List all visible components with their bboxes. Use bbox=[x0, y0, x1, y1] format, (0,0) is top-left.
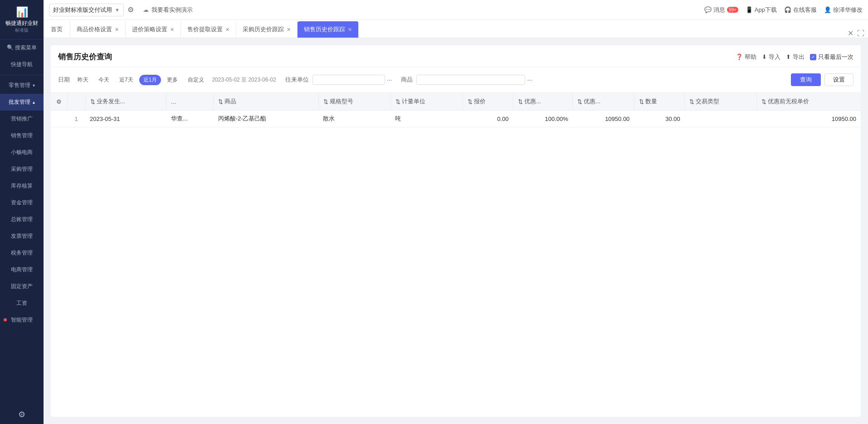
source-unit-input[interactable] bbox=[312, 75, 385, 85]
source-unit-more-btn[interactable]: ··· bbox=[387, 76, 392, 83]
expand-icon: ▾ bbox=[33, 83, 35, 88]
tab-close-icon4[interactable]: ✕ bbox=[287, 27, 291, 33]
help-link[interactable]: ❓ 帮助 bbox=[736, 53, 756, 61]
th-more[interactable]: ... bbox=[166, 93, 214, 111]
th-biz-date-sort-icon: ⇅ bbox=[90, 98, 95, 105]
table-container: ⚙ ⇅业务发生... ... ⇅商品 bbox=[51, 93, 861, 127]
sidebar-item-shortcut[interactable]: 快捷导航 bbox=[0, 56, 44, 73]
sidebar-item-ecom[interactable]: 电商管理 bbox=[0, 261, 44, 278]
query-button[interactable]: 查询 bbox=[791, 73, 821, 86]
th-spec[interactable]: ⇅规格型号 bbox=[318, 93, 390, 111]
th-discount2[interactable]: ⇅优惠... bbox=[573, 93, 634, 111]
settings-button[interactable]: 设置 bbox=[824, 73, 853, 86]
product-filter-group: 商品 ··· bbox=[401, 75, 532, 85]
marketing-label: 营销推广 bbox=[11, 116, 33, 122]
product-input[interactable] bbox=[416, 75, 525, 85]
topbar-app-download[interactable]: 📱 App下载 bbox=[746, 6, 777, 14]
tab-home[interactable]: 首页 bbox=[44, 21, 70, 38]
sidebar-item-ai[interactable]: 智能管理 bbox=[0, 312, 44, 328]
product-label: 商品 bbox=[401, 76, 413, 84]
td-spec: 散水 bbox=[318, 111, 390, 127]
date-btn-today[interactable]: 今天 bbox=[94, 75, 113, 85]
inventory-label: 库存核算 bbox=[11, 183, 33, 189]
th-qty[interactable]: ⇅数量 bbox=[634, 93, 684, 111]
tab-close-icon3[interactable]: ✕ bbox=[225, 27, 229, 33]
sidebar-search[interactable]: 🔍 搜索菜单 bbox=[0, 39, 44, 56]
app-selector[interactable]: 好业财标准版交付试用 ▼ bbox=[49, 4, 124, 16]
tab-close-window-icon[interactable]: ✕ bbox=[848, 29, 853, 38]
import-icon: ⬇ bbox=[762, 53, 767, 60]
demo-label: 我要看实例演示 bbox=[151, 6, 193, 14]
th-settings[interactable]: ⚙ bbox=[51, 93, 67, 111]
th-pretax-price[interactable]: ⇅优惠前无税单价 bbox=[757, 93, 861, 111]
topbar-online-service[interactable]: 🎧 在线客服 bbox=[784, 6, 817, 14]
th-biz-date[interactable]: ⇅业务发生... bbox=[85, 93, 166, 111]
sidebar-item-retail[interactable]: 零售管理 ▾ bbox=[0, 77, 44, 94]
th-product[interactable]: ⇅商品 bbox=[214, 93, 319, 111]
sidebar-item-ecom-small[interactable]: 小畅电商 bbox=[0, 144, 44, 161]
tab-sales-history[interactable]: 销售历史价跟踪 ✕ bbox=[297, 21, 359, 38]
td-pretax-price: 10950.00 bbox=[757, 111, 861, 127]
sidebar-item-salary[interactable]: 工资 bbox=[0, 295, 44, 312]
td-discount2: 10950.00 bbox=[573, 111, 634, 127]
tab-sales-history-label: 销售历史价跟踪 bbox=[304, 25, 345, 34]
topbar-settings-icon[interactable]: ⚙ bbox=[127, 5, 134, 14]
th-price[interactable]: ⇅报价 bbox=[463, 93, 513, 111]
sidebar-item-tax[interactable]: 税务管理 bbox=[0, 245, 44, 261]
th-discount1[interactable]: ⇅优惠... bbox=[513, 93, 573, 111]
wholesale-label: 批发管理 bbox=[9, 99, 30, 105]
tab-maximize-icon[interactable]: ⛶ bbox=[857, 29, 864, 38]
phone-icon: 📱 bbox=[746, 6, 753, 13]
product-more-btn[interactable]: ··· bbox=[527, 76, 532, 83]
date-btn-custom[interactable]: 自定义 bbox=[184, 75, 208, 85]
sales-label: 销售管理 bbox=[11, 132, 33, 139]
th-trade-type[interactable]: ⇅交易类型 bbox=[685, 93, 757, 111]
tab-purchase-strategy[interactable]: 进价策略设置 ✕ bbox=[126, 21, 181, 38]
ecom-label: 电商管理 bbox=[11, 266, 33, 273]
sidebar-item-assets[interactable]: 固定资产 bbox=[0, 278, 44, 295]
page-container: 销售历史价查询 ❓ 帮助 ⬇ 导入 ⬆ 导出 ✓ bbox=[51, 45, 861, 417]
gear-icon: ⚙ bbox=[56, 98, 62, 105]
ledger-label: 总账管理 bbox=[11, 216, 33, 222]
tab-close-icon5[interactable]: ✕ bbox=[348, 27, 352, 33]
import-link[interactable]: ⬇ 导入 bbox=[762, 53, 780, 61]
th-unit[interactable]: ⇅计量单位 bbox=[390, 93, 463, 111]
tab-product-price-label: 商品价格设置 bbox=[77, 25, 112, 34]
date-btn-more[interactable]: 更多 bbox=[163, 75, 182, 85]
tab-purchase-history[interactable]: 采购历史价跟踪 ✕ bbox=[236, 21, 297, 38]
sidebar-item-sales[interactable]: 销售管理 bbox=[0, 127, 44, 144]
topbar-msg[interactable]: 💬 消息 99+ bbox=[704, 6, 738, 14]
sidebar-item-wholesale[interactable]: 批发管理 ▴ bbox=[0, 94, 44, 111]
tab-price-extract[interactable]: 售价提取设置 ✕ bbox=[181, 21, 236, 38]
tabbar: 首页 商品价格设置 ✕ 进价策略设置 ✕ 售价提取设置 ✕ 采购历史价跟踪 ✕ … bbox=[44, 20, 868, 38]
source-unit-filter-group: 往来单位 ··· bbox=[285, 75, 392, 85]
sidebar-item-ledger[interactable]: 总账管理 bbox=[0, 211, 44, 228]
export-link[interactable]: ⬆ 导出 bbox=[786, 53, 805, 61]
th-price-sort-icon: ⇅ bbox=[468, 98, 473, 105]
date-label: 日期 bbox=[58, 76, 70, 84]
expand-icon2: ▴ bbox=[33, 100, 35, 105]
topbar-demo[interactable]: ☁ 我要看实例演示 bbox=[143, 6, 193, 14]
logo-icon: 📊 bbox=[4, 5, 40, 19]
tab-close-icon2[interactable]: ✕ bbox=[170, 27, 174, 33]
th-product-sort-icon: ⇅ bbox=[218, 98, 223, 105]
sidebar-bottom-settings[interactable]: ⚙ bbox=[0, 405, 44, 424]
topbar-user[interactable]: 👤 徐泽华修改 bbox=[824, 6, 863, 14]
sidebar-item-marketing[interactable]: 营销推广 bbox=[0, 111, 44, 127]
sidebar-item-invoice[interactable]: 发票管理 bbox=[0, 228, 44, 245]
tab-product-price[interactable]: 商品价格设置 ✕ bbox=[70, 21, 126, 38]
topbar-right: 💬 消息 99+ 📱 App下载 🎧 在线客服 👤 徐泽华修改 bbox=[704, 6, 863, 14]
date-btn-7days[interactable]: 近7天 bbox=[115, 75, 137, 85]
date-btn-1month[interactable]: 近1月 bbox=[139, 75, 161, 85]
sidebar-item-funds[interactable]: 资金管理 bbox=[0, 194, 44, 211]
sidebar-item-purchase[interactable]: 采购管理 bbox=[0, 161, 44, 178]
date-btn-yesterday[interactable]: 昨天 bbox=[73, 75, 93, 85]
sidebar-item-inventory[interactable]: 库存核算 bbox=[0, 178, 44, 194]
purchase-label: 采购管理 bbox=[11, 166, 33, 172]
only-last-checkbox[interactable]: ✓ 只看最后一次 bbox=[810, 53, 853, 61]
source-unit-label: 往来单位 bbox=[285, 76, 309, 84]
filter-area: 日期 昨天 今天 近7天 近1月 更多 自定义 2023-05-02 至 202… bbox=[51, 67, 861, 93]
only-last-label: 只看最后一次 bbox=[818, 53, 853, 61]
user-name: 徐泽华修改 bbox=[833, 6, 863, 14]
tab-close-icon[interactable]: ✕ bbox=[115, 27, 119, 33]
